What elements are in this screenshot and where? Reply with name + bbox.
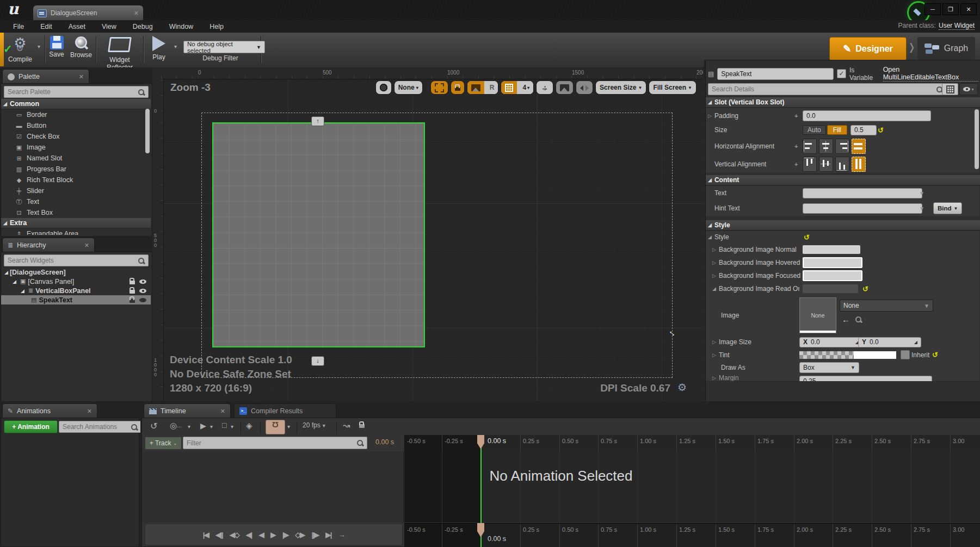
minimize-button[interactable]: ─ xyxy=(924,3,941,15)
palette-item-text[interactable]: ⓉText xyxy=(1,196,151,207)
toggle-r-button[interactable]: R xyxy=(486,81,498,94)
hierarchy-row-canvas panel[interactable]: ◢▣[Canvas Panel] xyxy=(1,277,151,286)
expander-icon[interactable]: ▷ xyxy=(712,247,719,252)
debug-object-dropdown[interactable]: No debug object selected▼ xyxy=(183,41,265,53)
lock-widgets-button[interactable] xyxy=(451,80,465,95)
add-track-button[interactable]: + Track⌄ xyxy=(145,437,182,450)
lock-icon[interactable] xyxy=(130,299,135,303)
timeline-content-area[interactable] xyxy=(404,451,980,523)
fill-screen-dropdown[interactable]: Fill Screen▼ xyxy=(649,80,697,95)
reset-to-default-icon[interactable]: ↺ xyxy=(878,126,884,134)
tab-palette[interactable]: Palette ✕ xyxy=(2,69,89,84)
autokey-options-dropdown[interactable]: ▾ xyxy=(188,424,190,430)
close-window-button[interactable]: ✕ xyxy=(960,3,977,15)
preview-background-button[interactable] xyxy=(556,80,574,95)
size-fill-button[interactable]: Fill xyxy=(827,125,847,135)
image-asset-dropdown[interactable]: None▼ xyxy=(840,300,933,312)
selected-widget-speaktext[interactable] xyxy=(212,122,425,347)
bg-focused-swatch[interactable] xyxy=(803,270,862,281)
title-bar[interactable] xyxy=(0,0,980,20)
eye-visibility-icon[interactable] xyxy=(139,298,146,302)
menu-asset[interactable]: Asset xyxy=(61,23,93,30)
chevron-down-icon[interactable]: ▼ xyxy=(919,206,924,212)
browse-to-asset-icon[interactable] xyxy=(855,316,862,323)
halign-center-button[interactable] xyxy=(819,139,833,154)
details-visibility-dropdown[interactable]: ▾ xyxy=(959,83,978,95)
tab-hierarchy[interactable]: ≣ Hierarchy ✕ xyxy=(2,238,95,252)
expander-icon[interactable]: ▷ xyxy=(712,260,719,265)
maximize-button[interactable]: ❐ xyxy=(942,3,959,15)
palette-item-progress-bar[interactable]: ▥Progress Bar xyxy=(1,164,151,175)
hint-text-bind-button[interactable]: Bind▼ xyxy=(933,202,962,214)
palette-item-text-box[interactable]: ⊡Text Box xyxy=(1,207,151,218)
details-search-input[interactable]: Search Details xyxy=(708,83,947,95)
add-animation-button[interactable]: +Animation xyxy=(4,420,58,433)
step-forward-button[interactable]: |▶ xyxy=(282,531,288,539)
localization-preview-button[interactable] xyxy=(375,80,392,95)
play-forward-button[interactable]: ▶ xyxy=(270,531,275,539)
reset-to-default-icon[interactable]: ↺ xyxy=(862,285,868,293)
inherit-checkbox[interactable] xyxy=(901,350,910,359)
previous-key-button[interactable]: ◀◇ xyxy=(230,531,239,539)
valign-top-button[interactable] xyxy=(803,157,817,172)
halign-right-button[interactable] xyxy=(835,139,849,154)
animations-search-input[interactable]: Search Animations xyxy=(59,421,141,433)
timeline-filter-input[interactable]: Filter xyxy=(183,437,367,449)
bg-hovered-swatch[interactable] xyxy=(803,257,862,268)
eye-visibility-icon[interactable] xyxy=(139,279,146,284)
range-options-dropdown[interactable]: ▾ xyxy=(231,424,233,430)
details-scrollbar[interactable] xyxy=(975,109,979,169)
valign-bottom-button[interactable] xyxy=(835,157,849,172)
close-icon[interactable]: ✕ xyxy=(84,242,89,249)
widget-name-field[interactable]: SpeakText xyxy=(717,68,834,80)
image-size-y-field[interactable]: Y0.0◢ xyxy=(858,337,921,347)
toggle-outlines-button[interactable] xyxy=(430,80,448,95)
menu-help[interactable]: Help xyxy=(202,23,231,30)
hierarchy-row-verticalboxpanel[interactable]: ◢≣VerticalBoxPanel xyxy=(1,286,151,295)
keyframe-tools-button[interactable]: ◈ xyxy=(246,421,252,431)
open-native-widget-link[interactable]: Open MultiLineEditableTextBox xyxy=(883,66,978,82)
close-icon[interactable]: ✕ xyxy=(134,10,139,17)
tab-animations[interactable]: ✎ Animations ✕ xyxy=(2,403,97,418)
close-icon[interactable]: ✕ xyxy=(220,408,225,415)
browse-button[interactable]: Browse xyxy=(69,36,94,59)
valign-center-button[interactable] xyxy=(819,157,833,172)
use-selected-asset-icon[interactable]: ← xyxy=(842,315,850,324)
flip-preview-button[interactable] xyxy=(576,80,593,95)
expander-icon[interactable]: ▷ xyxy=(712,339,719,345)
reset-to-default-icon[interactable]: ↺ xyxy=(804,233,810,241)
graph-mode-button[interactable]: Graph xyxy=(917,37,975,60)
previous-frame-button[interactable]: ◀|| xyxy=(215,531,223,539)
widget-bottom-handle[interactable]: ↓ xyxy=(311,356,324,366)
image-size-x-field[interactable]: X0.0◢ xyxy=(799,337,862,347)
playback-options-dropdown[interactable]: ▾ xyxy=(210,424,213,430)
section-slot[interactable]: ◢Slot (Vertical Box Slot) xyxy=(706,97,980,108)
compile-options-dropdown[interactable]: ▾ xyxy=(38,43,40,49)
palette-section-common[interactable]: ◢Common xyxy=(1,99,151,109)
halign-left-button[interactable] xyxy=(803,139,817,154)
bg-normal-swatch[interactable] xyxy=(803,245,860,254)
palette-search-input[interactable]: Search Palette xyxy=(4,86,149,98)
expander-icon[interactable]: ▷ xyxy=(708,113,714,119)
screen-size-dropdown[interactable]: Screen Size▼ xyxy=(595,80,646,95)
grid-snap-button[interactable] xyxy=(501,81,517,94)
curve-editor-button[interactable]: ↝ xyxy=(343,420,350,431)
compile-button[interactable]: ⚙⚙✓ Compile xyxy=(4,36,36,63)
localization-culture-dropdown[interactable]: None▾ xyxy=(394,80,423,95)
reset-to-default-icon[interactable]: ↺ xyxy=(932,351,938,359)
menu-window[interactable]: Window xyxy=(162,23,201,30)
play-button[interactable]: Play xyxy=(146,36,172,61)
tint-color-bar[interactable] xyxy=(799,351,896,359)
valign-fill-button[interactable] xyxy=(852,157,866,172)
add-key-icon[interactable]: + xyxy=(794,113,798,119)
lock-icon[interactable] xyxy=(130,290,135,294)
image-thumbnail[interactable]: None xyxy=(799,297,836,333)
play-reverse-button[interactable]: ◀ xyxy=(259,531,264,539)
snap-magnet-button[interactable]: Ω xyxy=(266,420,285,434)
lock-icon[interactable] xyxy=(130,281,135,284)
size-value-field[interactable]: 0.5 xyxy=(850,125,877,135)
lock-timeline-button[interactable] xyxy=(359,422,365,430)
asset-tab-dialoguescreen[interactable]: DialogueScreen ✕ xyxy=(33,5,144,21)
palette-item-expandable-area[interactable]: ⇕Expandable Area xyxy=(1,228,151,235)
menu-debug[interactable]: Debug xyxy=(125,23,161,30)
